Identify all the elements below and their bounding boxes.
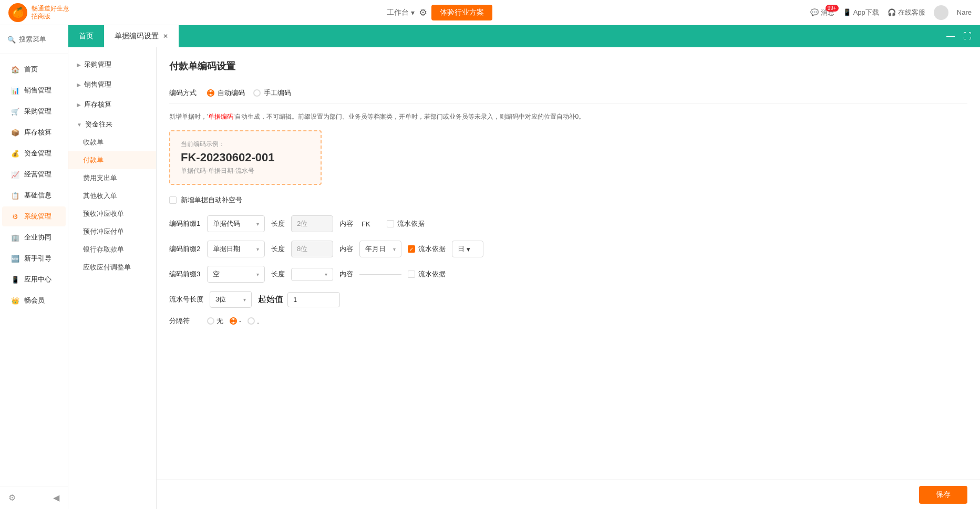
online-service-button[interactable]: 🎧 在线客服	[888, 8, 925, 17]
radio-auto-dot	[207, 89, 214, 97]
radio-manual[interactable]: 手工编码	[253, 88, 291, 98]
encoding-mode-row: 编码方式 自动编码 手工编码	[169, 83, 967, 103]
sub-nav-item-prepay-receivable[interactable]: 预收冲应收单	[68, 205, 156, 223]
prefix1-length-input: 2位	[291, 215, 333, 232]
sub-nav-item-receipt[interactable]: 收款单	[68, 133, 156, 151]
tab-close-icon[interactable]: ✕	[163, 33, 168, 40]
sidebar-item-apps-label: 应用中心	[24, 275, 51, 284]
download-icon: 📱	[843, 8, 851, 16]
sidebar-item-finance[interactable]: 💰 资金管理	[2, 143, 66, 163]
sidebar-item-inventory[interactable]: 📦 库存核算	[2, 122, 66, 142]
radio-manual-dot	[253, 89, 261, 97]
top-bar-left: 🍊 畅通道好生意 招商版	[8, 3, 69, 22]
sub-group-purchase-title[interactable]: ▶ 采购管理	[68, 56, 156, 74]
industry-button[interactable]: 体验行业方案	[431, 5, 492, 20]
prefix1-serial-row: 流水依据	[387, 219, 425, 228]
system-icon: ⚙	[11, 212, 20, 221]
sub-group-inventory-title[interactable]: ▶ 库存核算	[68, 96, 156, 113]
member-icon: 👑	[11, 296, 20, 305]
sidebar-item-system[interactable]: ⚙ 系统管理	[2, 206, 66, 226]
sub-group-inventory: ▶ 库存核算	[68, 96, 156, 113]
sidebar-item-home[interactable]: 🏠 首页	[2, 59, 66, 79]
sub-nav-item-prepay-payable[interactable]: 预付冲应付单	[68, 223, 156, 241]
serial-length-label: 流水号长度	[169, 295, 203, 304]
sidebar-item-basic[interactable]: 📋 基础信息	[2, 185, 66, 205]
sidebar-item-sales[interactable]: 📊 销售管理	[2, 80, 66, 100]
sidebar-item-operation[interactable]: 📈 经营管理	[2, 164, 66, 184]
sub-nav-item-payment[interactable]: 付款单	[68, 151, 156, 169]
sidebar-item-apps[interactable]: 📱 应用中心	[2, 269, 66, 289]
prefix2-content-label: 内容	[339, 244, 353, 254]
encoding-radio-group: 自动编码 手工编码	[207, 88, 291, 98]
code-example-label: 当前编码示例：	[181, 140, 310, 149]
headset-icon: 🎧	[888, 8, 896, 16]
info-text: 新增单据时，'单据编码'自动生成，不可编辑。前缀设置为部门、业务员等档案类，开单…	[169, 112, 967, 122]
prefix2-content-select[interactable]: 年月日 ▾	[359, 241, 401, 257]
prefix1-serial-checkbox[interactable]	[387, 220, 394, 227]
maximize-icon[interactable]: ⛶	[963, 32, 972, 41]
sub-nav-item-other-income[interactable]: 其他收入单	[68, 187, 156, 205]
sub-group-sales: ▶ 销售管理	[68, 76, 156, 94]
save-button[interactable]: 保存	[919, 486, 967, 504]
radio-auto[interactable]: 自动编码	[207, 88, 245, 98]
separator-none[interactable]: 无	[207, 316, 223, 326]
sidebar-item-home-label: 首页	[24, 65, 38, 74]
operation-icon: 📈	[11, 170, 20, 179]
message-button[interactable]: 💬 消息 99+	[810, 8, 834, 17]
home-icon: 🏠	[11, 65, 20, 74]
day-arrow-icon: ▾	[467, 245, 470, 253]
tab-encoding-label: 单据编码设置	[115, 32, 159, 41]
sidebar-item-member[interactable]: 👑 畅会员	[2, 290, 66, 310]
prefix2-serial-checkbox[interactable]: ✓	[408, 245, 415, 253]
sidebar-item-enterprise[interactable]: 🏢 企业协同	[2, 227, 66, 247]
logo-icon: 🍊	[8, 3, 27, 22]
minimize-icon[interactable]: —	[946, 32, 955, 41]
app-download-button[interactable]: 📱 App下载	[843, 8, 879, 17]
sidebar-item-sales-label: 销售管理	[24, 86, 51, 95]
prefix3-length-select[interactable]: ▾	[291, 268, 333, 281]
auto-fill-label: 新增单据自动补空号	[181, 195, 242, 205]
logo-text: 畅通道好生意 招商版	[32, 5, 69, 20]
prefix3-value: 空	[213, 269, 220, 279]
prefix3-select[interactable]: 空 ▾	[207, 266, 265, 283]
prefix2-select[interactable]: 单据日期 ▾	[207, 241, 265, 257]
auto-fill-checkbox[interactable]	[169, 196, 177, 204]
online-service-label: 在线客服	[898, 8, 925, 17]
prefix3-serial-checkbox[interactable]	[408, 271, 415, 278]
separator-label: 分隔符	[169, 316, 201, 326]
settings-icon[interactable]: ⚙	[419, 7, 427, 18]
collapse-button[interactable]: ◀	[53, 493, 59, 503]
sidebar-item-purchase[interactable]: 🛒 采购管理	[2, 101, 66, 121]
search-menu-button[interactable]: 🔍 搜索菜单	[4, 32, 64, 47]
workspace-dropdown[interactable]: 工作台 ▾	[387, 8, 415, 17]
info-highlight: 单据编码	[208, 113, 233, 120]
sub-group-sales-label: 销售管理	[84, 80, 111, 89]
prefix3-serial-row: 流水依据	[408, 269, 446, 279]
prefix3-length-arrow-icon: ▾	[325, 272, 327, 277]
arrow-icon: ▶	[77, 62, 81, 68]
sub-group-capital: ▼ 资金往来 收款单 付款单 费用支出单 其他收入单 预收冲应收单 预付冲应付单…	[68, 116, 156, 276]
sub-nav-item-adjust[interactable]: 应收应付调整单	[68, 258, 156, 276]
prefix1-select[interactable]: 单据代码 ▾	[207, 215, 265, 232]
tab-encoding[interactable]: 单据编码设置 ✕	[104, 25, 179, 47]
start-value-input[interactable]	[287, 292, 340, 307]
sub-group-sales-title[interactable]: ▶ 销售管理	[68, 76, 156, 94]
serial-length-select[interactable]: 3位 ▾	[210, 291, 252, 308]
separator-row: 分隔符 无 - .	[169, 316, 967, 326]
sub-nav-item-expense[interactable]: 费用支出单	[68, 169, 156, 187]
prefix3-length-label: 长度	[271, 269, 285, 279]
separator-dot[interactable]: .	[247, 317, 259, 325]
sidebar: 🔍 搜索菜单 🏠 首页 📊 销售管理 🛒 采购管理 📦 库存核算 💰	[0, 25, 68, 509]
sub-nav-item-bank-deposit[interactable]: 银行存取款单	[68, 241, 156, 258]
tab-home[interactable]: 首页	[68, 25, 104, 47]
day-value: 日	[458, 244, 465, 254]
avatar[interactable]	[934, 5, 948, 20]
day-select[interactable]: 日 ▾	[452, 241, 483, 257]
prefix1-serial-label: 流水依据	[397, 219, 425, 228]
sub-group-capital-title[interactable]: ▼ 资金往来	[68, 116, 156, 133]
sidebar-item-guide-label: 新手引导	[24, 254, 51, 263]
sidebar-item-guide[interactable]: 🆕 新手引导	[2, 248, 66, 268]
bottom-settings-button[interactable]: ⚙	[8, 493, 16, 503]
tab-bar: 首页 单据编码设置 ✕ — ⛶	[68, 25, 980, 47]
separator-dash[interactable]: -	[230, 317, 241, 325]
